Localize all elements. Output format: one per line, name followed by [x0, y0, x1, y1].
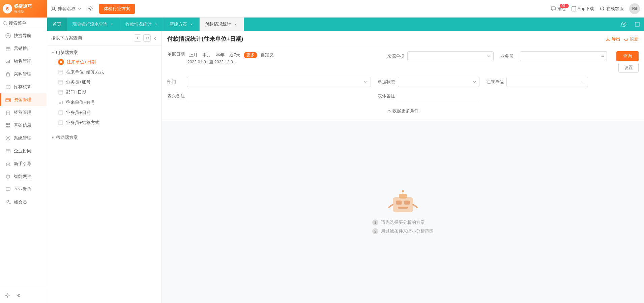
- box-icon: [5, 84, 11, 90]
- refresh-btn[interactable]: 刷新: [624, 36, 639, 42]
- tab-close-payment-stats[interactable]: ×: [233, 22, 238, 27]
- svg-rect-46: [635, 22, 639, 26]
- bar-chart-icon: [58, 100, 63, 105]
- svg-rect-7: [6, 62, 7, 63]
- left-panel: 按以下方案查询 + ⚙ 电脑端方案: [47, 31, 162, 303]
- sidebar-item-operation[interactable]: 经营管理: [0, 106, 47, 119]
- tab-bank-flow[interactable]: 现金银行流水查询 ×: [67, 18, 120, 31]
- tab-close-bank-flow[interactable]: ×: [110, 22, 114, 27]
- bill-status-select[interactable]: [398, 77, 479, 87]
- sidebar-item-sales[interactable]: 销售管理: [0, 55, 47, 68]
- message-icon: [551, 6, 556, 11]
- scheme-settings-btn[interactable]: ⚙: [143, 34, 151, 42]
- sidebar-item-system[interactable]: 系统管理: [0, 132, 47, 145]
- date-last-month[interactable]: 上月: [187, 51, 199, 59]
- query-btn[interactable]: 查询: [616, 51, 639, 61]
- date-custom[interactable]: 自定义: [259, 51, 275, 59]
- add-scheme-btn[interactable]: +: [134, 34, 141, 42]
- scheme-dept-date[interactable]: 部门+日期: [55, 87, 157, 97]
- empty-illustration: [386, 187, 420, 214]
- filter-body-note: 表体备注: [378, 91, 479, 101]
- svg-rect-68: [404, 201, 410, 205]
- maximize-icon: [635, 22, 640, 27]
- date-this-month[interactable]: 本月: [201, 51, 212, 59]
- sidebar-collapse-btn[interactable]: [13, 291, 23, 300]
- sidebar-item-wechat[interactable]: 企业微信: [0, 183, 47, 196]
- svg-rect-8: [8, 61, 9, 63]
- svg-point-36: [7, 200, 9, 202]
- maximize-btn[interactable]: [631, 18, 644, 31]
- grid-icon: [5, 122, 11, 128]
- sidebar-footer: [0, 288, 47, 303]
- source-bill-select[interactable]: [407, 51, 494, 61]
- tab-home[interactable]: 首页: [47, 18, 67, 31]
- desktop-group-toggle[interactable]: 电脑端方案: [51, 48, 157, 57]
- user-avatar[interactable]: Rit: [629, 3, 640, 14]
- close-all-tabs-btn[interactable]: [617, 18, 631, 31]
- svg-point-13: [9, 100, 10, 101]
- body-note-input[interactable]: [398, 91, 479, 101]
- page-header: 付款情况统计(往来单位+日期) 导出 刷新: [162, 31, 644, 47]
- tab-close-new-scheme[interactable]: ×: [189, 22, 194, 27]
- date-7days[interactable]: 近7天: [228, 51, 242, 59]
- export-btn[interactable]: 导出: [606, 36, 620, 42]
- chip-icon: [5, 174, 11, 180]
- scheme-staff-account[interactable]: 业务员+账号: [55, 77, 157, 87]
- content-area: 按以下方案查询 + ⚙ 电脑端方案: [47, 31, 644, 303]
- scheme-staff-date[interactable]: 业务员+日期: [55, 108, 157, 118]
- filter-header-note: 表头备注: [167, 91, 371, 101]
- staff-select[interactable]: ···: [520, 51, 607, 61]
- messages-btn[interactable]: 消息 99+: [551, 6, 566, 12]
- svg-rect-12: [6, 98, 10, 102]
- scheme-partner-account[interactable]: 往来单位+账号: [55, 97, 157, 108]
- header-note-input[interactable]: [187, 91, 262, 101]
- filter-settings-btn[interactable]: 设置: [618, 63, 639, 73]
- sidebar-item-purchase[interactable]: 采购管理: [0, 68, 47, 81]
- collapse-more: 收起更多条件: [167, 105, 639, 117]
- sidebar-item-quick-nav[interactable]: 快捷导航: [0, 29, 47, 42]
- mobile-group-toggle[interactable]: 移动端方案: [51, 133, 157, 142]
- collapse-more-btn[interactable]: 收起更多条件: [387, 108, 419, 114]
- sidebar-item-guide[interactable]: 新手引导: [0, 157, 47, 170]
- date-this-year[interactable]: 本年: [214, 51, 226, 59]
- tab-close-receipt-stats[interactable]: ×: [154, 22, 158, 27]
- sidebar-item-member[interactable]: 畅会员: [0, 196, 47, 209]
- search-menu[interactable]: 搜索菜单: [0, 18, 47, 29]
- sidebar-item-finance[interactable]: 资金管理: [0, 93, 47, 106]
- tab-receipt-stats[interactable]: 收款情况统计 ×: [120, 18, 164, 31]
- svg-line-1: [6, 24, 7, 26]
- sidebar-item-basic-info[interactable]: 基础信息: [0, 119, 47, 132]
- collapse-panel-btn[interactable]: [153, 35, 157, 41]
- filter-source-bill: 来源单据: [387, 51, 494, 61]
- svg-rect-57: [59, 102, 60, 104]
- arrow-left-icon: [16, 293, 21, 298]
- sidebar-settings-btn[interactable]: [3, 291, 12, 300]
- app-download-btn[interactable]: App下载: [572, 6, 594, 12]
- trial-btn[interactable]: 体验行业方案: [99, 4, 135, 14]
- topbar-settings-btn[interactable]: [86, 4, 95, 13]
- filter-row-1: 单据日期 上月 本月 本年 近7天 更多 自定义 2022-01-01 至 20…: [167, 51, 639, 73]
- gear-icon: [5, 293, 10, 298]
- sidebar-item-inventory[interactable]: 库存核算: [0, 81, 47, 93]
- scheme-partner-date[interactable]: 往来单位+日期: [55, 57, 157, 67]
- partner-select[interactable]: ···: [506, 77, 588, 87]
- svg-rect-48: [59, 70, 63, 74]
- scheme-staff-settle[interactable]: 业务员+结算方式: [55, 118, 157, 128]
- account-selector[interactable]: 账套名称: [51, 6, 82, 12]
- table-icon-4: [58, 110, 63, 115]
- sidebar-item-hardware[interactable]: 智能硬件: [0, 170, 47, 183]
- tab-payment-stats[interactable]: 付款情况统计 ×: [200, 18, 244, 31]
- gift-icon: [5, 46, 11, 52]
- sidebar-item-marketing[interactable]: 营销推广: [0, 42, 47, 55]
- empty-tip-1: 1 请先选择要分析的方案: [372, 219, 434, 225]
- rocket-icon: [5, 161, 11, 167]
- dept-select[interactable]: [187, 77, 371, 87]
- scheme-partner-settle[interactable]: 往来单位+结算方式: [55, 67, 157, 77]
- svg-point-74: [402, 190, 404, 192]
- table-icon-2: [58, 80, 63, 85]
- online-service-btn[interactable]: 在线客服: [599, 6, 624, 12]
- date-more[interactable]: 更多: [244, 52, 257, 58]
- sidebar-item-enterprise[interactable]: 企业协同: [0, 145, 47, 157]
- tab-new-scheme[interactable]: 新建方案 ×: [164, 18, 200, 31]
- table-icon-3: [58, 90, 63, 95]
